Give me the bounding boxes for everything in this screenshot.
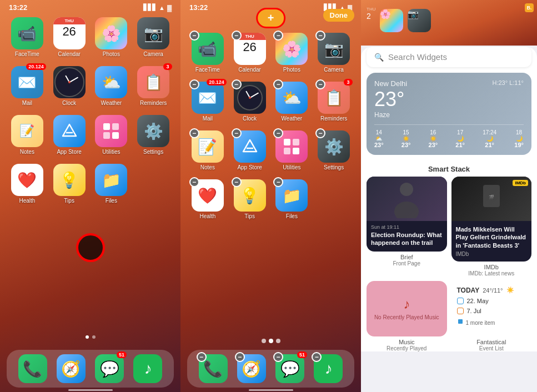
edit-messages-badge: 51: [297, 351, 307, 358]
imdb-news-body: Mads Mikkelsen Will Play Gellert Grindel…: [451, 221, 532, 262]
utilities-icon: [95, 115, 127, 147]
edit-tips-app[interactable]: − 💡 Tips: [232, 179, 268, 219]
delete-facetime[interactable]: −: [189, 31, 199, 41]
plus-icon: +: [268, 12, 274, 24]
appstore-icon: [53, 115, 86, 147]
delete-phone-dock[interactable]: −: [197, 352, 207, 362]
edit-photos-app[interactable]: − 🌸 Photos: [274, 33, 310, 73]
camera-icon: 📷: [137, 17, 169, 49]
edit-facetime-app[interactable]: − 📹 FaceTime: [189, 33, 226, 73]
delete-reminders[interactable]: −: [315, 79, 325, 89]
health-app[interactable]: ❤️ Health: [9, 164, 46, 204]
edit-spotify-dock[interactable]: − ♪: [314, 354, 343, 383]
edit-settings-app[interactable]: − ⚙️ Settings: [315, 130, 352, 170]
widget-search-bar[interactable]: 🔍 Search Widgets: [367, 47, 531, 67]
files-app[interactable]: 📁 Files: [93, 164, 130, 204]
delete-tips[interactable]: −: [232, 177, 242, 187]
phone-dock-app[interactable]: 📞: [18, 354, 47, 383]
edit-messages-dock[interactable]: − 51💬: [275, 354, 304, 383]
safari-dock-app[interactable]: 🧭: [57, 354, 86, 383]
edit-health-app[interactable]: − ❤️ Health: [189, 179, 226, 219]
delete-appstore[interactable]: −: [232, 128, 242, 138]
calendar-label: Calendar: [58, 51, 81, 57]
search-icon-widget: 🔍: [374, 53, 384, 62]
messages-badge: 51: [117, 351, 127, 358]
svg-point-10: [400, 183, 413, 196]
page-dot-edit-2: [269, 339, 273, 343]
edit-utilities-app[interactable]: − Utilities: [274, 130, 310, 170]
camera-app[interactable]: 📷 Camera: [135, 17, 172, 57]
spotify-dock-app[interactable]: ♪: [133, 354, 162, 383]
edit-phone-dock[interactable]: − 📞: [199, 354, 228, 383]
messages-icon: 51 💬: [95, 354, 124, 383]
delete-health[interactable]: −: [189, 177, 199, 187]
clock-app[interactable]: Clock: [51, 66, 88, 106]
reminders-app[interactable]: 3 📋 Reminders: [135, 66, 172, 106]
delete-messages-dock[interactable]: −: [273, 352, 283, 362]
edit-reminders-label: Reminders: [320, 115, 347, 122]
brief-news-body: Sun at 19:11 Election Roundup: What happ…: [367, 221, 447, 252]
delete-settings[interactable]: −: [315, 128, 325, 138]
edit-mail-app[interactable]: − 20.124✉️ Mail: [189, 82, 226, 122]
mail-app[interactable]: 20.124 ✉️ Mail: [9, 66, 46, 106]
delete-notes[interactable]: −: [189, 128, 199, 138]
edit-clock-app[interactable]: − Clock: [232, 82, 268, 122]
settings-app[interactable]: ⚙️ Settings: [135, 115, 172, 155]
photos-icon: 🌸: [95, 17, 127, 49]
notes-label: Notes: [20, 149, 34, 155]
delete-safari-dock[interactable]: −: [235, 352, 245, 362]
forecast-6: 18🌙19°: [514, 129, 524, 148]
done-button[interactable]: Done: [323, 9, 355, 22]
edit-app-grid-row3: − 📝 Notes − App Store −: [180, 126, 361, 175]
edit-weather-app[interactable]: − ⛅ Weather: [274, 82, 310, 122]
camera-label: Camera: [143, 51, 163, 57]
appstore-label: App Store: [57, 149, 81, 155]
fantastical-temp: 24°/11°: [483, 287, 503, 294]
imdb-label: IMDb: [451, 264, 532, 270]
facetime-label: FaceTime: [15, 51, 39, 57]
add-widget-button[interactable]: +: [256, 8, 286, 28]
weather-widget[interactable]: New Delhi 23° Haze H:23° L:11° 14⛅23° 15…: [367, 73, 531, 155]
music-widget[interactable]: ♪ No Recently Played Music: [367, 281, 447, 336]
edit-calendar-app[interactable]: − THU 26 Calendar: [232, 33, 268, 73]
mail-icon: 20.124 ✉️: [11, 66, 43, 98]
photos-app[interactable]: 🌸 Photos: [93, 17, 130, 57]
weather-temp: 23°: [374, 88, 407, 111]
imdb-news-card[interactable]: IMDb 🎬 Mads Mikkelsen Will Play Gellert …: [451, 177, 532, 262]
page-dot-edit-3: [276, 339, 280, 343]
status-icons-1: ▋▋▋ ▲ ▓: [143, 4, 172, 11]
brief-time: Sun at 19:11: [371, 224, 443, 230]
edit-camera-app[interactable]: − 📷 Camera: [315, 33, 352, 73]
notes-app[interactable]: 📝 Notes: [9, 115, 46, 155]
spotify-icon: ♪: [133, 354, 162, 383]
appstore-app[interactable]: App Store: [51, 115, 88, 155]
home-button-indicator[interactable]: [76, 233, 105, 262]
delete-camera[interactable]: −: [315, 31, 325, 41]
music-note-icon: ♪: [403, 296, 410, 312]
reminders-icon: 3 📋: [137, 66, 169, 98]
fantastical-date1: 22. May: [467, 298, 489, 304]
facetime-icon: 📹: [11, 17, 43, 49]
edit-files-app[interactable]: − 📁 Files: [274, 179, 310, 219]
edit-appstore-app[interactable]: − App Store: [232, 130, 268, 170]
tips-app[interactable]: 💡 Tips: [51, 164, 88, 204]
messages-dock-app[interactable]: 51 💬: [95, 354, 124, 383]
edit-safari-dock[interactable]: − 🧭: [237, 354, 266, 383]
music-widget-wrap: ♪ No Recently Played Music Music Recentl…: [367, 281, 447, 351]
edit-reminders-app[interactable]: − 3📋 Reminders: [315, 82, 352, 122]
edit-notes-app[interactable]: − 📝 Notes: [189, 130, 226, 170]
brief-news-image: B.: [367, 177, 447, 221]
settings-icon: ⚙️: [137, 115, 169, 147]
fantastical-widget[interactable]: TODAY 24°/11° ☀️ 22. May 7. Jul 1 m: [451, 281, 532, 336]
health-label: Health: [19, 198, 35, 204]
delete-calendar[interactable]: −: [232, 31, 242, 41]
fantastical-widget-wrap: TODAY 24°/11° ☀️ 22. May 7. Jul 1 m: [451, 281, 532, 351]
calendar-app[interactable]: THU 26 Calendar: [51, 17, 88, 57]
facetime-app[interactable]: 📹 FaceTime: [9, 17, 46, 57]
weather-app[interactable]: ⛅ Weather: [93, 66, 130, 106]
brief-news-card[interactable]: B. Sun at 19:11 Election Roundup: What h…: [367, 177, 447, 252]
utilities-app[interactable]: Utilities: [93, 115, 130, 155]
fantastical-checkbox-2: [457, 308, 464, 314]
delete-mail[interactable]: −: [189, 79, 199, 89]
delete-clock[interactable]: −: [232, 79, 242, 89]
